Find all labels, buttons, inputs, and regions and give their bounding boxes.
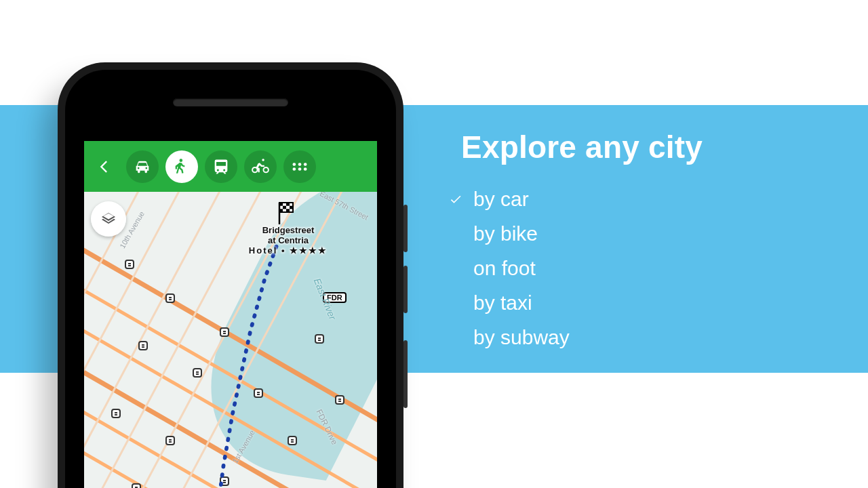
back-button[interactable] xyxy=(91,150,118,183)
subway-stop-icon xyxy=(132,483,141,488)
car-icon xyxy=(133,157,152,176)
phone-volume-down xyxy=(403,266,408,313)
mode-car[interactable] xyxy=(126,150,159,183)
svg-point-2 xyxy=(304,167,307,171)
mode-bike[interactable] xyxy=(244,150,277,183)
map-canvas[interactable]: Bridgestreet at Centria Hotel • ★★★★ FDR… xyxy=(84,192,377,488)
subway-stop-icon xyxy=(193,368,202,378)
promo-item-taxi: by taxi xyxy=(449,285,570,320)
destination-flag-icon xyxy=(277,201,297,226)
svg-rect-8 xyxy=(286,203,290,206)
subway-stop-icon xyxy=(125,260,134,269)
transit-icon xyxy=(212,157,231,176)
svg-point-0 xyxy=(293,167,296,171)
subway-stop-icon xyxy=(220,327,229,337)
svg-point-1 xyxy=(298,167,302,171)
svg-rect-9 xyxy=(283,206,286,209)
mode-taxi[interactable] xyxy=(283,150,316,183)
subway-stop-icon xyxy=(111,409,121,418)
destination-label: Bridgestreet at Centria Hotel • ★★★★ xyxy=(244,226,332,256)
subway-stop-icon xyxy=(254,388,263,398)
subway-stop-icon xyxy=(315,334,324,344)
bike-icon xyxy=(251,157,270,176)
mode-transit[interactable] xyxy=(205,150,237,183)
svg-rect-12 xyxy=(286,209,290,212)
phone-speaker xyxy=(173,98,288,106)
svg-point-4 xyxy=(298,163,302,166)
promo-item-bike: by bike xyxy=(449,216,570,251)
promo-slide: Explore any city by car by bike on foot … xyxy=(0,0,868,488)
promo-item-label: by bike xyxy=(473,216,538,251)
taxi-icon xyxy=(290,157,309,176)
mode-walk[interactable] xyxy=(165,150,198,183)
walk-icon xyxy=(172,157,191,176)
subway-stop-icon xyxy=(165,293,175,303)
transport-modes xyxy=(126,150,316,183)
destination-name-3: Hotel • ★★★★ xyxy=(244,246,332,256)
phone-frame: Bridgestreet at Centria Hotel • ★★★★ FDR… xyxy=(58,62,403,488)
promo-list: by car by bike on foot by taxi by subway xyxy=(449,182,570,354)
destination-name-2: at Centria xyxy=(244,236,332,246)
check-icon xyxy=(449,182,473,216)
promo-headline: Explore any city xyxy=(461,129,703,165)
promo-item-label: by taxi xyxy=(473,285,532,320)
destination-name-1: Bridgestreet xyxy=(244,226,332,236)
svg-point-5 xyxy=(304,163,307,166)
promo-item-label: by car xyxy=(473,182,529,216)
svg-point-3 xyxy=(293,163,296,166)
phone-bezel: Bridgestreet at Centria Hotel • ★★★★ FDR… xyxy=(65,70,396,488)
promo-item-subway: by subway xyxy=(449,320,570,354)
promo-item-label: by subway xyxy=(473,320,570,354)
layers-icon xyxy=(100,211,117,227)
chevron-left-icon xyxy=(95,157,114,176)
phone-volume-up xyxy=(403,205,408,252)
promo-item-label: on foot xyxy=(473,251,536,285)
subway-stop-icon xyxy=(220,476,229,486)
layers-button[interactable] xyxy=(91,201,126,237)
svg-rect-10 xyxy=(290,206,293,209)
promo-item-foot: on foot xyxy=(449,251,570,285)
routing-header xyxy=(84,141,377,192)
subway-stop-icon xyxy=(165,436,175,445)
promo-item-car: by car xyxy=(449,182,570,216)
subway-stop-icon xyxy=(138,341,148,350)
phone-power xyxy=(403,340,408,408)
app-screen: Bridgestreet at Centria Hotel • ★★★★ FDR… xyxy=(84,141,377,488)
subway-stop-icon xyxy=(288,436,297,445)
subway-stop-icon xyxy=(335,395,344,405)
